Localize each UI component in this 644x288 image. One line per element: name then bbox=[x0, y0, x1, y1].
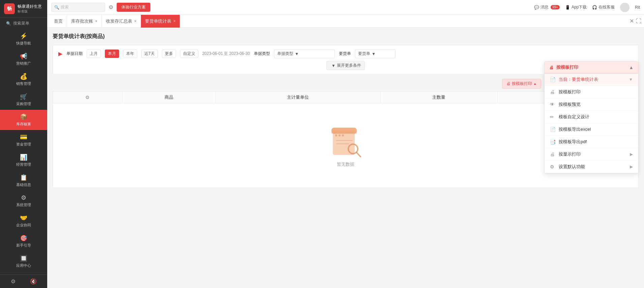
sidebar-nav: ⚡ 快捷导航 📢 营销推广 💰 销售管理 🛒 采购管理 📦 库存核算 💳 资金管… bbox=[0, 29, 47, 275]
date-btn-this-year[interactable]: 本年 bbox=[123, 50, 137, 58]
basic-info-icon: 📋 bbox=[20, 174, 27, 181]
enterprise-icon: 🤝 bbox=[20, 214, 27, 222]
sidebar-logo: 畅 畅康通好生意 标准版 bbox=[0, 0, 47, 18]
dropdown-item-template-print[interactable]: 🖨 按模板打印 bbox=[545, 86, 638, 98]
table-settings-icon[interactable]: ⚙ bbox=[85, 95, 90, 100]
topbar-search[interactable]: 🔍 搜索 bbox=[51, 3, 105, 12]
dropdown-item-template-design[interactable]: ✏ 模板自定义设计 bbox=[545, 111, 638, 123]
message-badge: 99+ bbox=[551, 5, 560, 9]
dropdown-item-export-excel[interactable]: 📄 按模板导出excel bbox=[545, 123, 638, 136]
user-avatar[interactable] bbox=[620, 3, 630, 12]
online-service-label: 在线客服 bbox=[598, 4, 615, 10]
sidebar-item-inventory[interactable]: 📦 库存核算 bbox=[0, 110, 47, 130]
topbar-gear-icon[interactable]: ⚙ bbox=[109, 4, 113, 10]
tabs-close-icon[interactable]: ✕ bbox=[630, 18, 634, 24]
col-settings[interactable]: ⚙ bbox=[53, 92, 122, 103]
enterprise-label: 企业协同 bbox=[16, 223, 31, 228]
online-service-item[interactable]: 🎧 在线客服 bbox=[592, 4, 615, 10]
svg-rect-2 bbox=[331, 131, 357, 134]
date-filter-label: 单据日期 bbox=[66, 51, 83, 57]
tab-order-close-icon[interactable]: × bbox=[173, 19, 176, 24]
empty-text: 暂无数据 bbox=[337, 161, 354, 167]
date-range-display: 2023-06-01 至 2023-06-30 bbox=[202, 51, 250, 57]
tab-batch-accounts[interactable]: 库存批次账 × bbox=[67, 15, 102, 28]
sidebar-item-guide[interactable]: 🎯 新手引导 bbox=[0, 231, 47, 251]
printer-icon: 🖨 bbox=[506, 81, 510, 86]
svg-point-8 bbox=[339, 134, 341, 136]
date-btn-more[interactable]: 更多 bbox=[162, 50, 176, 58]
date-btn-7days[interactable]: 近7天 bbox=[141, 50, 158, 58]
tab-income-summary[interactable]: 收发存汇总表 × bbox=[102, 15, 141, 28]
tab-income-close-icon[interactable]: × bbox=[134, 19, 137, 24]
print-template-button[interactable]: 🖨 按模板打印 ▲ bbox=[502, 79, 541, 89]
app-download-label: App下载 bbox=[572, 4, 587, 10]
settings-icon[interactable]: ⚙ bbox=[11, 278, 16, 285]
dropdown-title: 按模板打印 bbox=[556, 64, 629, 70]
sidebar-item-apps[interactable]: 🔲 应用中心 bbox=[0, 251, 47, 271]
app-version: 标准版 bbox=[18, 9, 42, 14]
tab-home[interactable]: 首页 bbox=[50, 15, 67, 28]
sidebar-item-finance[interactable]: 💳 资金管理 bbox=[0, 130, 47, 150]
current-item-arrow: ▼ bbox=[629, 77, 633, 82]
sidebar-bottom: ⚙ 🔇 bbox=[0, 275, 47, 288]
guide-icon: 🎯 bbox=[20, 234, 27, 242]
tab-income-summary-label: 收发存汇总表 bbox=[106, 18, 132, 24]
system-icon: ⚙ bbox=[21, 194, 26, 201]
order-type-select[interactable]: 单据类型 ▼ bbox=[274, 49, 335, 58]
order-type-dropdown-icon: ▼ bbox=[295, 52, 299, 56]
message-item[interactable]: 💬 消息 99+ bbox=[534, 4, 560, 10]
page-title: 要货单统计表(按商品) bbox=[53, 33, 639, 40]
dropdown-current-item[interactable]: 📄 当前：要货单统计表 ▼ bbox=[545, 73, 638, 86]
mute-icon[interactable]: 🔇 bbox=[30, 278, 37, 285]
topbar-search-placeholder: 搜索 bbox=[61, 4, 69, 10]
app-download-item[interactable]: 📱 App下载 bbox=[565, 4, 587, 10]
sidebar-item-basic-info[interactable]: 📋 基础信息 bbox=[0, 170, 47, 191]
tab-batch-close-icon[interactable]: × bbox=[95, 19, 97, 24]
dropdown-item-default-func[interactable]: ⚙ 设置默认功能 ▶ bbox=[545, 161, 638, 173]
sidebar-item-system[interactable]: ⚙ 系统管理 bbox=[0, 191, 47, 211]
order-category-select[interactable]: 要货单 ▼ bbox=[355, 49, 396, 58]
dropdown-close-icon[interactable]: ▲ bbox=[629, 65, 634, 70]
sidebar-item-operation[interactable]: 📊 经营管理 bbox=[0, 150, 47, 170]
marketing-icon: 📢 bbox=[20, 53, 27, 60]
tabs-bar: 首页 库存批次账 × 收发存汇总表 × 要货单统计表 × ✕ ⛶ bbox=[47, 15, 644, 28]
print-dropdown: 🖨 按模板打印 ▲ 📄 当前：要货单统计表 ▼ 🖨 按模板打印 👁 按模板预览 bbox=[544, 61, 639, 173]
app-name-block: 畅康通好生意 标准版 bbox=[18, 4, 42, 14]
message-label: 消息 bbox=[540, 4, 549, 10]
sidebar-search[interactable]: 🔍 搜索菜单 bbox=[0, 18, 47, 29]
svg-line-6 bbox=[356, 152, 360, 157]
date-btn-custom[interactable]: 自定义 bbox=[180, 50, 198, 58]
inventory-label: 库存核算 bbox=[16, 122, 31, 127]
print-template-label: 按模板打印 bbox=[512, 81, 532, 87]
date-btn-this-month[interactable]: 本月 bbox=[105, 50, 119, 58]
template-design-label: 模板自定义设计 bbox=[559, 114, 633, 120]
dropdown-item-template-preview[interactable]: 👁 按模板预览 bbox=[545, 98, 638, 111]
dropdown-item-display-print[interactable]: 🖨 按显示打印 ▶ bbox=[545, 148, 638, 161]
expand-label: 展开更多条件 bbox=[337, 63, 361, 68]
tabs-maximize-icon[interactable]: ⛶ bbox=[636, 18, 641, 24]
content-area: 要货单统计表(按商品) ▶ 单据日期 上月 本月 本年 近7天 更多 自定义 2… bbox=[47, 28, 644, 288]
phone-icon: 📱 bbox=[565, 5, 570, 10]
template-design-icon: ✏ bbox=[550, 114, 555, 120]
topbar-right: 💬 消息 99+ 📱 App下载 🎧 在线客服 Rit bbox=[534, 3, 640, 12]
sidebar-item-sales[interactable]: 💰 销售管理 bbox=[0, 69, 47, 90]
svg-point-7 bbox=[335, 134, 337, 136]
filter-expand-icon[interactable]: ▶ bbox=[58, 51, 62, 57]
sidebar-item-quick-nav[interactable]: ⚡ 快捷导航 bbox=[0, 29, 47, 49]
sidebar-item-wechat[interactable]: 💬 企业微信 bbox=[0, 271, 47, 275]
col-unit: 主计量单位 bbox=[216, 92, 381, 103]
current-item-label: 当前：要货单统计表 bbox=[559, 76, 629, 83]
tab-order-stats[interactable]: 要货单统计表 × bbox=[141, 15, 180, 28]
template-preview-icon: 👁 bbox=[550, 102, 555, 107]
dropdown-item-export-pdf[interactable]: 📑 按模板导出pdf bbox=[545, 136, 638, 148]
sidebar-item-marketing[interactable]: 📢 营销推广 bbox=[0, 49, 47, 69]
order-category-dropdown-icon: ▼ bbox=[372, 52, 376, 56]
expand-more-btn[interactable]: ▼ 展开更多条件 bbox=[326, 61, 365, 70]
sidebar-item-purchase[interactable]: 🛒 采购管理 bbox=[0, 90, 47, 110]
username-label: Rit bbox=[635, 5, 640, 10]
trial-button[interactable]: 体验行业方案 bbox=[117, 3, 150, 12]
tab-order-stats-label: 要货单统计表 bbox=[145, 18, 171, 24]
date-btn-last-month[interactable]: 上月 bbox=[87, 50, 101, 58]
sidebar-item-enterprise[interactable]: 🤝 企业协同 bbox=[0, 211, 47, 231]
template-print-label: 按模板打印 bbox=[559, 89, 633, 95]
